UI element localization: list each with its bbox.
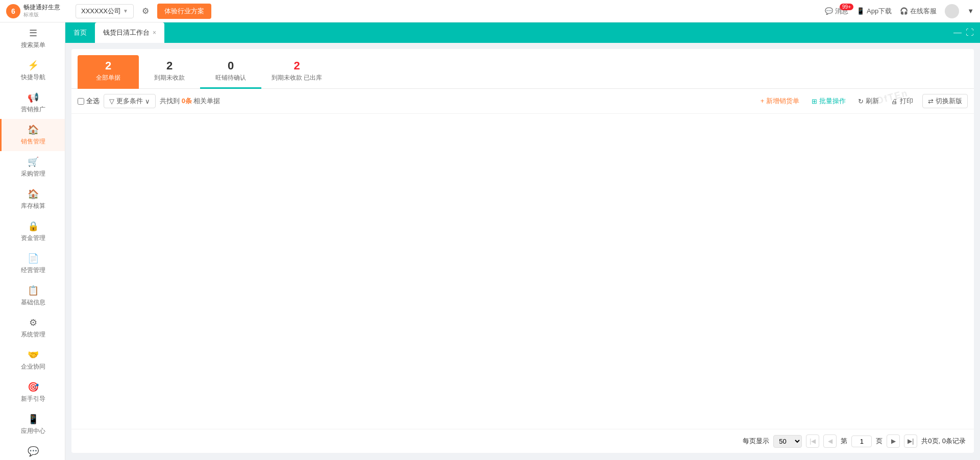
sidebar-item-guide[interactable]: 🎯 新手引导 [0, 376, 65, 408]
select-all-label[interactable]: 全选 [78, 96, 100, 106]
stat-num-overdue: 2 [149, 59, 190, 72]
sidebar-label-operations: 经营管理 [21, 266, 45, 275]
operations-icon: 📄 [28, 253, 39, 264]
stat-tab-overdue[interactable]: 2 到期未收款 [139, 55, 200, 89]
sidebar-item-search-menu[interactable]: ☰ 搜索菜单 [0, 22, 65, 55]
new-sale-label: + 新增销货单 [761, 96, 799, 106]
sidebar-label-inventory: 库存核算 [21, 202, 45, 210]
last-page-button[interactable]: ▶| [904, 434, 917, 448]
sidebar-item-sales[interactable]: 🏠 销售管理 [0, 119, 65, 151]
app-name: 畅捷通好生意 [23, 4, 60, 12]
app-download-label: App下载 [867, 7, 892, 16]
main-content: 2 全部单据 2 到期未收款 0 旺铺待确认 2 到期未收款 已出库 全选 [65, 43, 980, 460]
tab-cash-label: 钱货日清工作台 [103, 28, 150, 37]
logo-area: 6 畅捷通好生意 标准版 [6, 4, 71, 19]
per-page-select[interactable]: 50 100 200 [773, 435, 802, 448]
sidebar-label-finance: 资金管理 [21, 234, 45, 243]
system-icon: ⚙ [29, 317, 37, 328]
stat-num-shipped: 2 [272, 59, 322, 72]
user-arrow[interactable]: ▼ [967, 7, 974, 15]
content-card: 2 全部单据 2 到期未收款 0 旺铺待确认 2 到期未收款 已出库 全选 [71, 49, 974, 453]
sidebar-item-app-center[interactable]: 📱 应用中心 [0, 408, 65, 441]
sidebar-label-base-info: 基础信息 [21, 298, 45, 307]
minimize-button[interactable]: — [953, 28, 962, 37]
sidebar-label-search-menu: 搜索菜单 [21, 41, 45, 50]
app-download-item[interactable]: 📱 App下载 [856, 7, 892, 16]
experience-button[interactable]: 体验行业方案 [157, 4, 211, 19]
stat-tab-pending[interactable]: 0 旺铺待确认 [200, 55, 261, 89]
sidebar-label-marketing: 营销推广 [21, 105, 45, 114]
prev-page-button[interactable]: ◀ [823, 434, 837, 448]
stat-tab-shipped[interactable]: 2 到期未收款 已出库 [261, 55, 332, 89]
stat-label-shipped: 到期未收款 已出库 [272, 74, 322, 82]
batch-icon: ⊞ [812, 98, 817, 105]
new-sale-button[interactable]: + 新增销货单 [757, 94, 802, 108]
cooperation-icon: 🤝 [28, 349, 39, 360]
refresh-label: 刷新 [866, 96, 879, 106]
sidebar-label-sales: 销售管理 [21, 137, 45, 146]
sidebar-label-purchase: 采购管理 [21, 170, 45, 178]
page-number-input[interactable] [851, 435, 872, 447]
inventory-icon: 🏠 [28, 188, 39, 200]
switch-icon: ⇄ [928, 98, 934, 105]
filter-label: 更多条件 [116, 96, 143, 106]
next-page-button[interactable]: ▶ [887, 434, 900, 448]
tab-bar: 首页 钱货日清工作台 × — ⛶ [65, 22, 980, 43]
pagination-bar: 每页显示 50 100 200 |◀ ◀ 第 页 ▶ ▶| 共0页, 0条记录 [71, 429, 974, 453]
filter-button[interactable]: ▽ 更多条件 ∨ [104, 94, 156, 108]
sidebar-item-marketing[interactable]: 📢 营销推广 [0, 87, 65, 119]
service-label: 在线客服 [910, 7, 937, 16]
stat-label-all: 全部单据 [88, 74, 129, 82]
maximize-button[interactable]: ⛶ [966, 28, 974, 37]
batch-label: 批量操作 [819, 96, 846, 106]
refresh-button[interactable]: ↻ 刷新 [855, 94, 882, 108]
message-item[interactable]: 💬 消息 99+ [825, 7, 848, 16]
stat-tab-all[interactable]: 2 全部单据 [78, 55, 139, 89]
top-header: 6 畅捷通好生意 标准版 XXXXXX公司 ▼ ⚙ 体验行业方案 💬 消息 99… [0, 0, 980, 22]
service-icon: 🎧 [900, 7, 908, 15]
avatar[interactable] [945, 4, 959, 18]
print-label: 打印 [900, 96, 913, 106]
sidebar-item-inventory[interactable]: 🏠 库存核算 [0, 183, 65, 215]
first-page-button[interactable]: |◀ [806, 434, 819, 448]
sidebar-item-system[interactable]: ⚙ 系统管理 [0, 312, 65, 344]
sidebar-item-wechat[interactable]: 💬 企业微信 [0, 441, 65, 460]
sidebar-item-quick-nav[interactable]: ⚡ 快捷导航 [0, 55, 65, 87]
stat-label-pending: 旺铺待确认 [210, 74, 251, 82]
filter-chevron-icon: ∨ [145, 98, 150, 105]
found-count: 0条 [182, 97, 192, 105]
logo-icon: 6 [6, 4, 20, 18]
app-center-icon: 📱 [28, 414, 39, 425]
message-badge: 99+ [840, 4, 853, 10]
batch-button[interactable]: ⊞ 批量操作 [808, 94, 849, 108]
found-prefix: 共找到 [160, 97, 180, 105]
switch-version-button[interactable]: ⇄ 切换新版 [922, 94, 968, 108]
refresh-icon: ↻ [858, 98, 864, 105]
search-menu-icon: ☰ [29, 28, 37, 39]
tab-home[interactable]: 首页 [65, 22, 95, 43]
page-label: 第 [841, 437, 847, 446]
chevron-down-icon: ▼ [123, 8, 128, 14]
sidebar-item-operations[interactable]: 📄 经营管理 [0, 248, 65, 280]
company-name: XXXXXX公司 [81, 7, 121, 16]
print-button[interactable]: 🖨 打印 [888, 94, 916, 108]
select-all-text: 全选 [86, 96, 100, 106]
sidebar-item-base-info[interactable]: 📋 基础信息 [0, 280, 65, 312]
toolbar: 全选 ▽ 更多条件 ∨ 共找到 0条 相关单据 + 新增销货单 ⊞ 批量操作 [71, 89, 974, 114]
tab-close-icon[interactable]: × [153, 29, 156, 36]
header-right: 💬 消息 99+ 📱 App下载 🎧 在线客服 ▼ [825, 4, 974, 18]
sidebar-item-finance[interactable]: 🔒 资金管理 [0, 215, 65, 248]
stat-num-all: 2 [88, 59, 129, 72]
online-service-item[interactable]: 🎧 在线客服 [900, 7, 937, 16]
toolbar-right: + 新增销货单 ⊞ 批量操作 ↻ 刷新 🖨 打印 ⇄ 切换新版 [757, 94, 968, 108]
sidebar-label-system: 系统管理 [21, 330, 45, 339]
company-selector[interactable]: XXXXXX公司 ▼ [76, 4, 134, 18]
tab-cash-work[interactable]: 钱货日清工作台 × [95, 22, 164, 43]
print-icon: 🖨 [891, 98, 898, 105]
sidebar-item-cooperation[interactable]: 🤝 企业协同 [0, 344, 65, 376]
select-all-checkbox[interactable] [78, 98, 84, 105]
stats-tabs: 2 全部单据 2 到期未收款 0 旺铺待确认 2 到期未收款 已出库 [71, 49, 974, 89]
settings-button[interactable]: ⚙ [138, 4, 153, 19]
sidebar-item-purchase[interactable]: 🛒 采购管理 [0, 151, 65, 183]
purchase-icon: 🛒 [28, 156, 39, 167]
